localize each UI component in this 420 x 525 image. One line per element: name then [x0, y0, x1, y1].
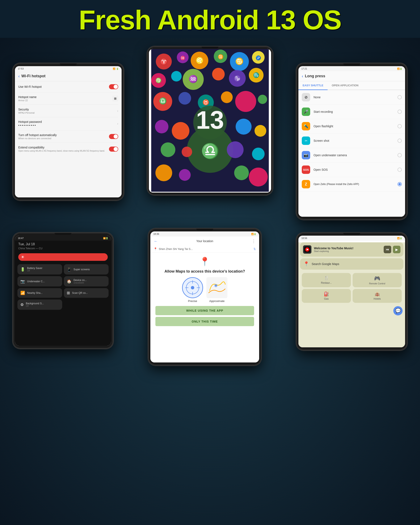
svg-point-25 — [161, 142, 175, 157]
qs-tile-nearby[interactable]: 📶 Nearby Sha... — [18, 288, 62, 298]
none-label: None — [314, 95, 394, 99]
zodiac-content: ♈ ♓ ♌ ♊ ♋ ♐ ♍ ♒ ♑ ♏ ♎ ♉ 13 — [149, 49, 271, 193]
yt-grid-gas[interactable]: ⛽ Gas — [302, 289, 351, 303]
wifi-item-use[interactable]: Use Wi-Fi hotspot — [18, 81, 118, 92]
qs-tile-super[interactable]: 📱 Super screens — [64, 264, 109, 274]
status-icons: 📶 🔋 — [113, 68, 119, 70]
tab-easy-shuttle[interactable]: EASY SHUTTLE — [299, 81, 328, 90]
svg-point-26 — [182, 147, 192, 157]
yt-bottom-grid: 🍴 Restaur... 🎮 Remote Control — [300, 271, 403, 304]
lp-item-zello[interactable]: Z Open Zello (Please install the Zello A… — [299, 177, 405, 192]
maps-back-icon[interactable]: ← — [154, 239, 158, 244]
yt-widget-title: Welcome to YouTube Music! — [314, 246, 381, 250]
lp-item-recording[interactable]: 🎤 Start recording — [299, 104, 405, 119]
back-arrow-lp[interactable]: ‹ — [302, 74, 303, 79]
approximate-map — [206, 277, 227, 298]
precise-map — [183, 278, 202, 297]
background-label: Background S... — [26, 302, 44, 305]
brightness-bar[interactable]: ☀ — [18, 253, 108, 261]
lp-item-sos[interactable]: SOS Open SOS — [299, 162, 405, 177]
screenshot-radio[interactable] — [398, 139, 402, 143]
wifi-item-security[interactable]: Security WPA2-Personal › — [18, 105, 118, 117]
device-label: Device co... — [74, 279, 87, 281]
only-this-time-button[interactable]: ONLY THIS TIME — [155, 317, 254, 326]
qs-tile-device[interactable]: 🏠 Device co... unavailable — [64, 276, 109, 286]
zello-icon: Z — [302, 180, 310, 188]
lp-item-underwater[interactable]: 📷 Open underwater camera — [299, 148, 405, 162]
svg-text:13: 13 — [196, 106, 224, 134]
precise-option[interactable]: Precise — [182, 277, 203, 303]
svg-text:♑: ♑ — [234, 75, 241, 82]
svg-text:♌: ♌ — [196, 57, 204, 64]
wifi-item-extend[interactable]: Extend compatibility Open menu using WLA… — [18, 143, 118, 155]
maps-more-icon[interactable]: ⋮ — [252, 239, 256, 244]
sos-radio[interactable] — [398, 168, 402, 172]
yt-grid-restaurant[interactable]: 🍴 Restaur... — [302, 273, 351, 287]
underwater-label: Open underwater camera — [314, 153, 394, 157]
use-wifi-label: Use Wi-Fi hotspot — [18, 85, 42, 88]
qs-tile-underwater[interactable]: 📷 Underwater C... — [18, 276, 62, 286]
chevron-icon-2: › — [117, 122, 118, 126]
lp-tabs: EASY SHUTTLE OPEN APPLICATION — [299, 81, 405, 90]
swap-icon[interactable]: ⇅ — [253, 247, 256, 251]
lp-item-flashlight[interactable]: 🔦 Open flashlight — [299, 119, 405, 133]
restaurant-icon: 🍴 — [304, 275, 348, 281]
wifi-item-turnoff[interactable]: Turn off hotspot automatically When no d… — [18, 131, 118, 143]
underwater-qs-icon: 📷 — [20, 279, 25, 284]
security-value: WPA2-Personal — [18, 112, 34, 114]
maps-content: ← Your location ⋮ 📍 Shen Zhen Shi Yang T… — [150, 236, 259, 363]
yt-play-btn[interactable]: ▶ — [393, 246, 401, 253]
screenshot-icon: ✂ — [302, 137, 310, 145]
svg-point-24 — [254, 125, 266, 137]
hotspot-name-label: Hotspot name — [18, 95, 37, 99]
qs-tile-qr[interactable]: ⊞ Scan QR co... — [64, 288, 109, 298]
sos-icon: SOS — [302, 166, 310, 174]
recording-icon: 🎤 — [302, 108, 310, 116]
phones-row-top: 17:53 📶 🔋 ‹ Wi-Fi hotspot — [13, 46, 407, 220]
back-arrow-icon[interactable]: ‹ — [18, 74, 20, 79]
yt-time: 18:56 — [301, 237, 307, 239]
lp-item-screenshot[interactable]: ✂ Screen shot — [299, 133, 405, 148]
background-icon: ⚙ — [20, 302, 24, 307]
svg-point-10 — [212, 68, 225, 80]
yt-grid-hotels[interactable]: 🏨 Hotels — [353, 289, 402, 303]
yt-music-widget[interactable]: Welcome to YouTube Music! Start explorin… — [300, 242, 403, 257]
recording-radio[interactable] — [398, 110, 402, 114]
yt-logo — [304, 246, 310, 253]
turnoff-toggle[interactable] — [109, 134, 118, 139]
use-wifi-toggle[interactable] — [109, 84, 118, 89]
approximate-option[interactable]: Approximate — [206, 277, 227, 303]
while-using-button[interactable]: WHILE USING THE APP — [155, 306, 254, 315]
maps-address: Shen Zhen Shi Yang Tai S... — [159, 247, 193, 251]
extend-toggle[interactable] — [109, 147, 118, 152]
wifi-item-password[interactable]: Hotspot password •••••••••• › — [18, 117, 118, 131]
yt-grid-remote[interactable]: 🎮 Remote Control — [353, 273, 402, 287]
qs-tile-battery[interactable]: 🔋 Battery Saver Off — [18, 264, 62, 274]
qs-date: Tue, Jul 18 — [15, 241, 111, 247]
super-icon: 📱 — [67, 267, 71, 272]
none-radio[interactable] — [398, 95, 402, 99]
svg-text:♋: ♋ — [235, 57, 243, 65]
flashlight-label: Open flashlight — [314, 124, 394, 128]
chat-bubble-btn[interactable]: 💬 — [393, 306, 402, 315]
wifi-header: ‹ Wi-Fi hotspot — [15, 71, 121, 81]
security-label: Security — [18, 108, 34, 111]
qr-code-icon[interactable]: ⊞ — [112, 95, 118, 102]
maps-widget[interactable]: 📍 Search Google Maps — [300, 258, 403, 270]
flashlight-radio[interactable] — [398, 124, 402, 128]
svg-point-31 — [234, 166, 249, 180]
wifi-item-name[interactable]: Hotspot name Armor 22 ⊞ — [18, 92, 118, 105]
zello-radio[interactable] — [398, 182, 402, 186]
svg-point-30 — [179, 169, 191, 181]
wifi-title: Wi-Fi hotspot — [21, 74, 46, 78]
yt-prev-btn[interactable]: ⏮ — [384, 246, 391, 253]
tab-open-application[interactable]: OPEN APPLICATION — [328, 81, 363, 90]
qs-tile-background[interactable]: ⚙ Background S... Off — [18, 300, 62, 310]
extend-sub: Open menu using WLAN 2.4G frequency band… — [18, 150, 109, 152]
underwater-radio[interactable] — [398, 153, 402, 157]
lp-item-none[interactable]: ⊘ None — [299, 90, 405, 104]
yt-status-icons: 📶🔋 — [397, 237, 402, 239]
wifi-content: ‹ Wi-Fi hotspot Use Wi-Fi hotspot — [15, 71, 121, 197]
sos-label: Open SOS — [314, 168, 394, 171]
remote-label: Remote Control — [355, 282, 399, 285]
